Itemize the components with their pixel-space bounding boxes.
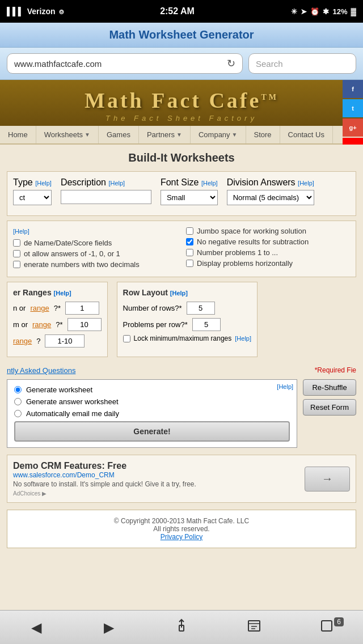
type-select[interactable]: ct [13, 190, 52, 205]
battery-label: 12% [332, 7, 347, 16]
checkbox-no-answers-input[interactable] [13, 250, 20, 257]
nav-store-label: Store [254, 130, 272, 139]
type-label-text: Type [13, 177, 33, 187]
url-input[interactable]: www.mathfactcafe.com ↻ [7, 53, 243, 74]
ad-arrow-button[interactable]: → [305, 467, 350, 492]
type-label: Type [Help] [13, 177, 52, 188]
loading-icon: ✳ [291, 7, 297, 16]
fontsize-help[interactable]: [Help] [201, 180, 218, 187]
checkbox-jumbo-input[interactable] [186, 227, 193, 235]
main-content: Build-It Worksheets Type [Help] ct Descr… [0, 145, 363, 601]
division-answers-select[interactable]: Normal (5 decimals) [227, 190, 314, 205]
radio-generate-answer: Generate answer worksheet [14, 397, 290, 406]
nav-contact[interactable]: Contact Us [280, 126, 333, 143]
refresh-icon[interactable]: ↻ [227, 57, 235, 70]
twitter-button[interactable]: t [343, 99, 363, 117]
range-link-3[interactable]: range [13, 337, 32, 345]
reshuffle-button[interactable]: Re-Shuffle [303, 379, 356, 396]
nav-worksheets-label: Worksheets [44, 130, 83, 139]
nav-worksheets[interactable]: Worksheets ▼ [36, 126, 99, 143]
row-layout-help[interactable]: [Help] [170, 290, 188, 296]
ad-arrow-icon: → [322, 472, 333, 485]
search-input-wrap[interactable]: Search [248, 53, 356, 74]
fontsize-label: Font Size [Help] [161, 177, 218, 188]
range-link-2[interactable]: range [32, 320, 51, 329]
alarm-icon: ⏰ [310, 7, 319, 16]
description-group: Description [Help] [61, 177, 151, 205]
page-title: Build-It Worksheets [7, 151, 356, 164]
type-help[interactable]: [Help] [35, 180, 52, 187]
reset-button[interactable]: Reset Form [303, 399, 356, 416]
division-answers-label-text: Division Answers [227, 177, 296, 187]
range-input-2[interactable] [67, 318, 102, 331]
faq-link-text: ntly Asked Questions [7, 366, 75, 375]
carrier-label: Verizon [27, 7, 56, 16]
checkbox-two-decimals-label: enerate numbers with two decimals [24, 260, 140, 269]
nav-home[interactable]: Home [0, 126, 36, 143]
nav-company[interactable]: Company ▼ [191, 126, 246, 143]
nav-home-label: Home [8, 130, 28, 139]
radio-generate-answer-input[interactable] [14, 398, 22, 405]
checkboxes-help-link[interactable]: [Help] [13, 228, 29, 235]
lock-help[interactable]: [Help] [235, 335, 251, 342]
problems-per-row-row: Problems per row?* [123, 318, 251, 331]
ad-choices[interactable]: AdChoices ▶ [13, 490, 305, 497]
checkbox-name-date-label: de Name/Date/Score fields [24, 239, 112, 247]
checkboxes-section: [Help] de Name/Date/Score fields ot allo… [7, 221, 356, 277]
range-input-3[interactable] [45, 334, 85, 348]
checkbox-no-negative-input[interactable] [186, 238, 193, 245]
copyright-line: © Copyright 2000-2013 Math Fact Cafe. LL… [14, 517, 349, 525]
company-arrow-icon: ▼ [232, 132, 238, 138]
division-answers-help[interactable]: [Help] [298, 180, 314, 187]
form-top-section: Type [Help] ct Description [Help] Font S… [7, 171, 356, 216]
checkbox-two-decimals-input[interactable] [13, 261, 20, 268]
description-help[interactable]: [Help] [108, 180, 125, 187]
ad-link[interactable]: www.salesforce.com/Demo_CRM [13, 471, 305, 479]
lock-checkbox[interactable] [123, 335, 130, 342]
title-bar: Math Worksheet Generator [0, 23, 363, 48]
radio-generate-worksheet-input[interactable] [14, 386, 22, 393]
url-bar: www.mathfactcafe.com ↻ Search [0, 48, 363, 80]
radio-generate-worksheet: Generate worksheet [14, 385, 290, 394]
range-link-1[interactable]: range [30, 304, 49, 312]
required-field-text: *Required Fie [315, 366, 356, 375]
ad-banner: Demo CRM Features: Free www.salesforce.c… [7, 455, 356, 503]
checkbox-horizontal-input[interactable] [186, 260, 193, 267]
radio-email-daily-input[interactable] [14, 410, 22, 417]
ranges-help[interactable]: [Help] [54, 290, 71, 296]
nav-games[interactable]: Games [99, 126, 139, 143]
row-layout-section: Row Layout [Help] Number of rows?* Probl… [117, 282, 258, 357]
google-plus-button[interactable]: g+ [343, 118, 363, 137]
fontsize-label-text: Font Size [161, 177, 199, 187]
range-row-2: m or range ?* [13, 318, 102, 331]
problems-per-row-input[interactable] [192, 318, 221, 331]
num-rows-input[interactable] [187, 302, 215, 315]
partners-arrow-icon: ▼ [176, 132, 182, 138]
generate-button[interactable]: Generate! [14, 421, 290, 442]
fontsize-select[interactable]: Small Medium Large [161, 190, 218, 205]
description-input[interactable] [61, 190, 151, 204]
status-left: ▌▌▌ Verizon ⌾ [7, 7, 64, 16]
row-layout-title-text: Row Layout [123, 288, 168, 297]
range-row-1: n or range ?* [13, 302, 102, 315]
checkbox-number-problems: Number problems 1 to ... [186, 248, 350, 257]
faq-link[interactable]: ntly Asked Questions [7, 366, 75, 375]
ranges-rowlayout-row: er Ranges [Help] n or range ?* m or rang… [7, 282, 356, 362]
num-rows-row: Number of rows?* [123, 302, 251, 315]
nav-partners[interactable]: Partners ▼ [139, 126, 191, 143]
checkbox-name-date-input[interactable] [13, 239, 20, 247]
radio-generate-worksheet-label: Generate worksheet [26, 385, 92, 394]
facebook-button[interactable]: f [343, 80, 363, 98]
division-answers-group: Division Answers [Help] Normal (5 decima… [227, 177, 314, 205]
checkbox-number-problems-input[interactable] [186, 249, 193, 256]
checkbox-no-answers-label: ot allow answers of -1, 0, or 1 [24, 249, 120, 258]
generate-help-link[interactable]: [Help] [277, 383, 293, 390]
range-row-2-prefix: m or [13, 320, 28, 329]
range-input-1[interactable] [65, 302, 99, 315]
search-placeholder: Search [256, 59, 283, 69]
privacy-policy-link[interactable]: Privacy Policy [161, 533, 203, 541]
nav-store[interactable]: Store [246, 126, 280, 143]
ranges-title: er Ranges [Help] [13, 288, 102, 297]
wifi-icon: ⌾ [59, 7, 64, 16]
ad-title: Demo CRM Features: Free [13, 461, 305, 471]
